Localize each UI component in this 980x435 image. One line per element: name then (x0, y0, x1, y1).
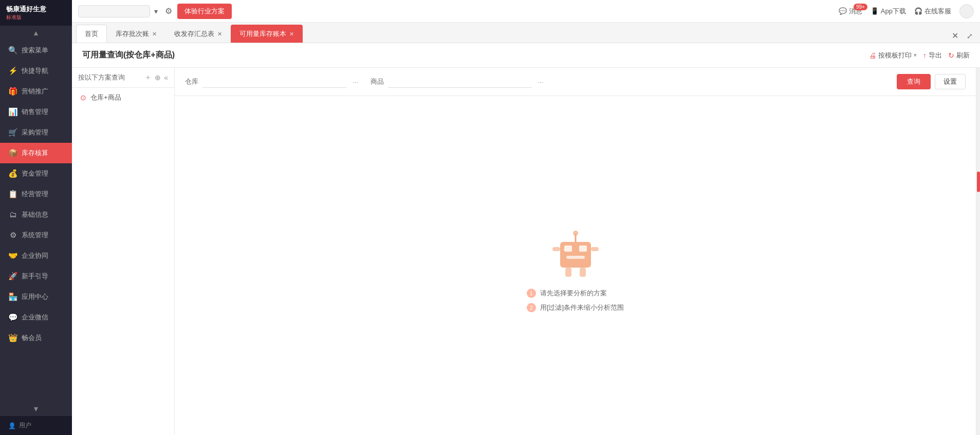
sidebar: 畅康通好生意 标准版 ▲ 🔍 搜索菜单 ⚡ 快捷导航 🎁 营销推广 📊 销售管理… (0, 0, 72, 435)
tab-home[interactable]: 首页 (76, 25, 107, 43)
sidebar-menu: 🔍 搜索菜单 ⚡ 快捷导航 🎁 营销推广 📊 销售管理 🛒 采购管理 📦 库存核… (0, 40, 72, 402)
sidebar-label-app-center: 应用中心 (22, 292, 48, 301)
query-button[interactable]: 查询 (897, 74, 931, 89)
svg-rect-6 (552, 247, 560, 251)
export-label: 导出 (929, 51, 942, 60)
sidebar-item-sys-mgmt[interactable]: ⚙ 系统管理 (0, 225, 72, 245)
sidebar-icon-sys-mgmt: ⚙ (8, 231, 17, 240)
sidebar-item-marketing-promo[interactable]: 🎁 营销推广 (0, 81, 72, 102)
export-btn[interactable]: ↑ 导出 (923, 51, 942, 60)
sidebar-icon-ops-mgmt: 📋 (8, 190, 17, 199)
user-avatar-topbar[interactable] (959, 4, 974, 18)
sidebar-item-app-center[interactable]: 🏪 应用中心 (0, 287, 72, 307)
expand-tabs-btn[interactable]: ⤢ (964, 31, 976, 41)
sidebar-label-enterprise-collab: 企业协同 (22, 251, 48, 260)
sidebar-icon-vip-member: 👑 (8, 333, 17, 343)
sidebar-item-ops-mgmt[interactable]: 📋 经营管理 (0, 184, 72, 204)
settings-button[interactable]: 设置 (935, 74, 966, 89)
topbar-input-area: ▾ ⚙ 体验行业方案 (78, 4, 835, 19)
sidebar-label-vip-member: 畅会员 (22, 333, 42, 343)
sidebar-icon-new-guide: 🚀 (8, 272, 17, 281)
scheme-item-warehouse-product[interactable]: ⊙ 仓库+商品 (72, 88, 174, 107)
app-download-label: App下载 (881, 7, 906, 16)
print-btn[interactable]: 🖨 按模板打印 ▾ (869, 51, 917, 60)
product-input[interactable] (388, 75, 532, 88)
warehouse-input[interactable] (202, 75, 346, 88)
refresh-btn[interactable]: ↻ 刷新 (948, 51, 970, 60)
refresh-label: 刷新 (956, 51, 970, 60)
left-panel: 按以下方案查询 ＋ ⊕ « ⊙ 仓库+商品 (72, 68, 175, 435)
sidebar-item-funds-mgmt[interactable]: 💰 资金管理 (0, 163, 72, 184)
sidebar-item-enterprise-collab[interactable]: 🤝 企业协同 (0, 245, 72, 266)
product-label: 商品 (371, 77, 384, 86)
sidebar-label-inventory-calc: 库存核算 (22, 148, 48, 158)
topbar-search-input[interactable] (78, 5, 150, 17)
warehouse-more-btn[interactable]: ··· (350, 77, 360, 87)
empty-hint-1: 1 请先选择要分析的方案 (527, 289, 624, 298)
sidebar-item-search[interactable]: 🔍 搜索菜单 (0, 40, 72, 61)
print-icon: 🖨 (869, 51, 876, 60)
tab-label-receipt-summary: 收发存汇总表 (174, 29, 214, 39)
tab-close-receipt-summary[interactable]: ✕ (217, 31, 222, 37)
tab-label-available-qty: 可用量库存账本 (239, 29, 286, 39)
sidebar-scroll-down[interactable]: ▼ (0, 402, 72, 416)
sidebar-icon-enterprise-collab: 🤝 (8, 251, 17, 260)
sidebar-footer: 👤 用户 (0, 416, 72, 435)
empty-illustration (545, 219, 606, 280)
promo-button[interactable]: 体验行业方案 (177, 4, 232, 19)
page-header-actions: 🖨 按模板打印 ▾ ↑ 导出 ↻ 刷新 (869, 51, 970, 60)
tab-close-batch-account[interactable]: ✕ (152, 31, 157, 37)
tab-available-qty[interactable]: 可用量库存账本✕ (231, 25, 303, 43)
sidebar-item-basic-info[interactable]: 🗂 基础信息 (0, 204, 72, 225)
app-download-icon: 📱 (871, 7, 879, 15)
main-area: ▾ ⚙ 体验行业方案 💬 消息 99+ 📱 App下载 🎧 在线客服 首页库存批… (72, 0, 980, 435)
content-area: 按以下方案查询 ＋ ⊕ « ⊙ 仓库+商品 仓库 ··· (72, 68, 980, 435)
sidebar-label-marketing-promo: 营销推广 (22, 87, 48, 96)
add-scheme-btn[interactable]: ＋ (144, 73, 152, 82)
export-icon: ↑ (923, 51, 927, 60)
user-name: 用户 (19, 421, 31, 430)
sidebar-item-sales-mgmt[interactable]: 📊 销售管理 (0, 102, 72, 122)
message-btn[interactable]: 💬 消息 99+ (839, 7, 862, 16)
page-title: 可用量查询(按仓库+商品) (82, 50, 175, 61)
sidebar-item-enterprise-wechat[interactable]: 💬 企业微信 (0, 307, 72, 328)
sidebar-item-new-guide[interactable]: 🚀 新手引导 (0, 266, 72, 287)
app-download-btn[interactable]: 📱 App下载 (871, 7, 906, 16)
svg-rect-7 (591, 247, 599, 251)
scrollbar-thumb[interactable] (977, 172, 980, 192)
warehouse-label: 仓库 (185, 77, 198, 86)
tab-receipt-summary[interactable]: 收发存汇总表✕ (165, 25, 231, 43)
tab-close-available-qty[interactable]: ✕ (289, 31, 294, 37)
sidebar-scroll-up[interactable]: ▲ (0, 26, 72, 40)
product-filter: 商品 ··· (371, 75, 546, 88)
scheme-icon: ⊙ (80, 93, 86, 102)
sidebar-item-inventory-calc[interactable]: 📦 库存核算 (0, 143, 72, 163)
sidebar-item-purchase-mgmt[interactable]: 🛒 采购管理 (0, 122, 72, 143)
tab-batch-account[interactable]: 库存批次账✕ (107, 25, 165, 43)
collapse-panel-btn[interactable]: « (164, 73, 168, 82)
topbar-gear-btn[interactable]: ⚙ (162, 5, 175, 17)
refresh-icon: ↻ (948, 51, 954, 60)
message-icon: 💬 (839, 7, 847, 15)
sidebar-label-funds-mgmt: 资金管理 (22, 169, 48, 178)
message-badge: 99+ (854, 4, 867, 10)
sidebar-label-sys-mgmt: 系统管理 (22, 231, 48, 240)
svg-rect-8 (565, 268, 571, 277)
empty-hint-2: 2 用[过滤]条件来缩小分析范围 (527, 303, 624, 312)
close-all-tabs-btn[interactable]: ✕ (949, 30, 961, 42)
topbar-dropdown-btn[interactable]: ▾ (152, 6, 160, 16)
empty-state: 1 请先选择要分析的方案 2 用[过滤]条件来缩小分析范围 (175, 96, 976, 435)
svg-rect-2 (579, 245, 587, 252)
sidebar-icon-enterprise-wechat: 💬 (8, 313, 17, 322)
settings-scheme-btn[interactable]: ⊕ (155, 73, 161, 82)
svg-rect-1 (564, 245, 572, 252)
user-avatar: 👤 (8, 422, 16, 429)
product-more-btn[interactable]: ··· (536, 77, 546, 87)
sidebar-item-vip-member[interactable]: 👑 畅会员 (0, 328, 72, 348)
sidebar-item-shortcut[interactable]: ⚡ 快捷导航 (0, 61, 72, 81)
svg-point-5 (573, 231, 578, 236)
tabs-bar: 首页库存批次账✕收发存汇总表✕可用量库存账本✕ ✕ ⤢ (72, 23, 980, 43)
sidebar-icon-app-center: 🏪 (8, 292, 17, 301)
online-service-btn[interactable]: 🎧 在线客服 (914, 7, 951, 16)
print-dropdown-icon[interactable]: ▾ (914, 52, 917, 59)
